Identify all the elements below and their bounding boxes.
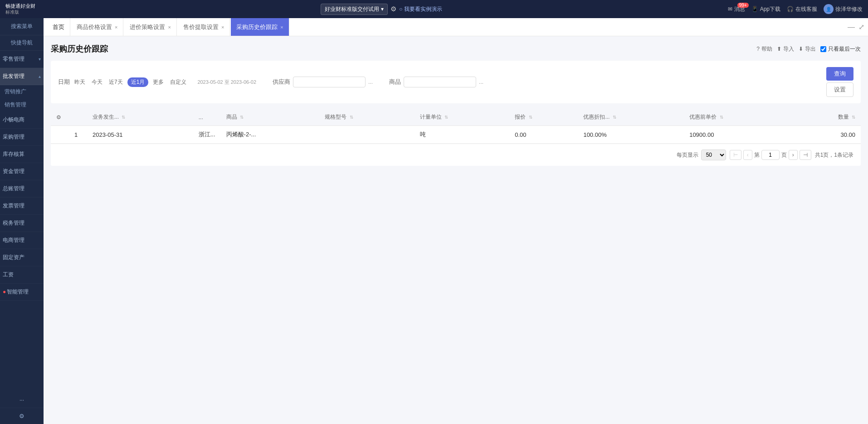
sidebar-item-ecommerce[interactable]: 电商管理 <box>0 232 44 249</box>
date-btn-today[interactable]: 今天 <box>90 77 104 87</box>
sidebar-item-smart[interactable]: ●智能管理 <box>0 284 44 301</box>
date-btn-1month[interactable]: 近1月 <box>127 77 149 87</box>
import-button[interactable]: ⬆ 导入 <box>777 45 794 53</box>
sidebar-item-inventory[interactable]: 库存核算 <box>0 146 44 163</box>
date-btn-7days[interactable]: 近7天 <box>107 77 125 87</box>
page-nav: ⊢ ‹ 第 页 › ⊣ <box>730 150 811 160</box>
edition-settings-icon[interactable]: ⚙ <box>390 5 396 13</box>
col-discount[interactable]: 优惠折扣... ⇅ <box>578 109 684 126</box>
sidebar-item-fixed-assets[interactable]: 固定资产 <box>0 249 44 266</box>
sidebar-sub-sales[interactable]: 销售管理 <box>0 98 44 111</box>
app-branding: 畅捷通好业财 标准版 <box>5 3 35 14</box>
close-icon[interactable]: × <box>280 24 283 30</box>
phone-icon: 📱 <box>751 6 758 12</box>
app-download-action[interactable]: 📱 App下载 <box>751 5 780 13</box>
tab-actions: — ⤢ <box>848 23 864 31</box>
message-badge: 99+ <box>737 3 749 8</box>
cell-price: 0.00 <box>509 126 578 144</box>
col-unit[interactable]: 计量单位 ⇅ <box>414 109 509 126</box>
cell-quantity: 30.00 <box>792 126 861 144</box>
date-btn-more[interactable]: 更多 <box>151 77 166 87</box>
maximize-icon[interactable]: ⤢ <box>858 23 864 31</box>
sidebar-quick-nav[interactable]: 快捷导航 <box>0 35 44 51</box>
tab-purchase-strategy[interactable]: 进价策略设置 × <box>124 18 176 36</box>
only-last-checkbox[interactable]: 只看最后一次 <box>820 45 861 53</box>
sidebar-search[interactable]: 搜索菜单 <box>0 18 44 35</box>
sidebar-item-tax[interactable]: 税务管理 <box>0 215 44 232</box>
sidebar-item-more[interactable]: ··· <box>0 392 44 408</box>
sidebar-item-retail[interactable]: 零售管理 ▾ <box>0 51 44 68</box>
online-service-action[interactable]: 🎧 在线客服 <box>787 5 817 13</box>
tab-purchase-history[interactable]: 采购历史价跟踪 × <box>231 18 289 36</box>
demo-link[interactable]: ○ 我要看实例演示 <box>399 5 442 13</box>
col-more[interactable]: ... <box>193 109 221 126</box>
sidebar-item-ecommerce-small[interactable]: 小畅电商 <box>0 111 44 129</box>
cell-unit: 吨 <box>414 126 509 144</box>
sidebar-item-purchase[interactable]: 采购管理 <box>0 129 44 146</box>
sidebar-item-wholesale[interactable]: 批发管理 ▴ <box>0 68 44 85</box>
sidebar-sub-marketing[interactable]: 营销推广 <box>0 85 44 98</box>
col-spec[interactable]: 规格型号 ⇅ <box>319 109 414 126</box>
chevron-icon: ▴ <box>39 74 41 79</box>
page-title: 采购历史价跟踪 <box>51 43 108 54</box>
col-prediscount-price[interactable]: 优惠前单价 ⇅ <box>684 109 792 126</box>
col-price[interactable]: 报价 ⇅ <box>509 109 578 126</box>
close-icon[interactable]: × <box>168 24 171 30</box>
cell-prediscount-price: 10900.00 <box>684 126 792 144</box>
next-page-button[interactable]: › <box>789 150 798 160</box>
tab-price-setting[interactable]: 商品价格设置 × <box>71 18 123 36</box>
sidebar-item-payroll[interactable]: 工资 <box>0 266 44 284</box>
page-info: 共1页，1条记录 <box>815 151 853 159</box>
supplier-more[interactable]: ... <box>368 79 373 85</box>
date-filter-options: 昨天 今天 近7天 近1月 更多 自定义 <box>73 77 188 87</box>
sidebar: 搜索菜单 快捷导航 零售管理 ▾ 批发管理 ▴ 营销推广 销售管理 小畅电商 采… <box>0 18 44 424</box>
headset-icon: 🎧 <box>787 6 794 12</box>
close-icon[interactable]: × <box>221 24 224 30</box>
smart-dot: ● <box>3 289 6 295</box>
sort-icon: ⇅ <box>613 115 616 120</box>
sidebar-gear-icon[interactable]: ⚙ <box>0 408 44 424</box>
cell-product: 丙烯酸-2-... <box>221 126 320 144</box>
message-action[interactable]: ✉ 消息 99+ <box>728 5 745 13</box>
content-area: 首页 商品价格设置 × 进价策略设置 × 售价提取设置 × 采购历史价跟踪 × <box>44 18 868 424</box>
help-button[interactable]: ? 帮助 <box>756 45 772 53</box>
cell-spec <box>319 126 414 144</box>
minimize-icon[interactable]: — <box>848 23 855 31</box>
tab-home[interactable]: 首页 <box>47 18 70 36</box>
date-btn-custom[interactable]: 自定义 <box>168 77 188 87</box>
product-input[interactable] <box>404 77 476 87</box>
table-header: ⚙ 业务发生... ⇅ ... 商品 ⇅ <box>51 109 861 126</box>
sidebar-item-invoice[interactable]: 发票管理 <box>0 198 44 215</box>
user-profile[interactable]: 👤 徐泽华修改 <box>824 4 863 14</box>
prev-page-button[interactable]: ‹ <box>743 150 752 160</box>
col-product[interactable]: 商品 ⇅ <box>221 109 320 126</box>
col-date[interactable]: 业务发生... ⇅ <box>87 109 193 126</box>
gear-icon: ⚙ <box>56 114 61 120</box>
first-page-button[interactable]: ⊢ <box>730 150 741 160</box>
export-button[interactable]: ⬇ 导出 <box>799 45 816 53</box>
filter-actions: 查询 设置 <box>826 67 853 97</box>
date-btn-yesterday[interactable]: 昨天 <box>73 77 87 87</box>
col-settings[interactable]: ⚙ <box>51 109 69 126</box>
table-body: 1 2023-05-31 浙江... 丙烯酸-2-... 吨 0.00 100.… <box>51 126 861 144</box>
product-label: 商品 <box>389 78 401 86</box>
supplier-input[interactable] <box>293 77 366 87</box>
cell-supplier: 浙江... <box>193 126 221 144</box>
date-filter-label: 日期 <box>58 78 70 86</box>
table-header-row: ⚙ 业务发生... ⇅ ... 商品 ⇅ <box>51 109 861 126</box>
help-icon: ? <box>756 46 760 52</box>
last-page-button[interactable]: ⊣ <box>800 150 811 160</box>
tab-sale-price[interactable]: 售价提取设置 × <box>178 18 230 36</box>
edition-selector[interactable]: 好业财标准版交付试用 ▾ <box>321 4 388 15</box>
product-more[interactable]: ... <box>479 79 483 85</box>
sidebar-item-general-ledger[interactable]: 总账管理 <box>0 180 44 198</box>
per-page-select[interactable]: 20 50 100 <box>701 149 726 160</box>
filter-row: 日期 昨天 今天 近7天 近1月 更多 自定义 2023-05-02 至 202… <box>58 67 853 97</box>
page-input[interactable] <box>761 150 780 160</box>
sort-icon: ⇅ <box>350 115 353 120</box>
sidebar-item-finance[interactable]: 资金管理 <box>0 163 44 180</box>
settings-button[interactable]: 设置 <box>826 82 853 97</box>
close-icon[interactable]: × <box>115 24 117 30</box>
col-quantity[interactable]: 数量 ⇅ <box>792 109 861 126</box>
query-button[interactable]: 查询 <box>826 67 853 81</box>
